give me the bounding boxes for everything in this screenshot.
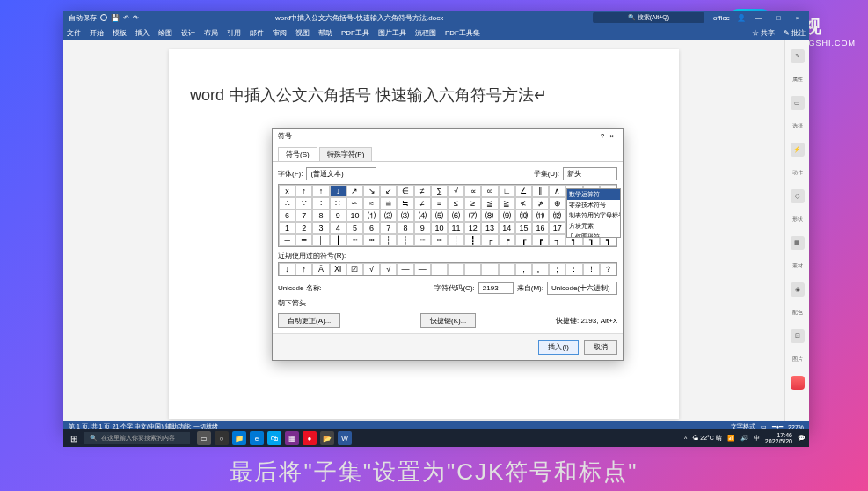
symbol-cell[interactable]: 5 [346,222,363,234]
tab-pdf-toolset[interactable]: PDF工具集 [445,28,480,38]
tab-view[interactable]: 视图 [295,28,310,38]
recent-symbol-cell[interactable] [499,263,515,275]
symbol-cell[interactable]: ⊕ [549,197,565,209]
symbol-cell[interactable]: ≈ [363,197,380,209]
symbol-cell[interactable]: ≠ [414,197,431,209]
symbol-cell[interactable]: 17 [549,222,565,234]
symbol-cell[interactable]: 10 [346,209,363,222]
symbol-cell[interactable]: ━ [295,234,312,246]
symbol-cell[interactable]: ⑶ [397,209,413,222]
symbol-cell[interactable]: 13 [481,222,498,234]
clock-time[interactable]: 17:46 [777,432,792,438]
symbol-cell[interactable]: ∞ [481,185,498,197]
symbol-cell[interactable]: ∥ [532,185,549,197]
symbol-cell[interactable]: ∽ [346,197,363,209]
symbol-cell[interactable]: x [279,185,295,197]
sidebar-image-icon[interactable]: ⊡ [791,329,805,343]
symbol-cell[interactable]: ∵ [295,197,312,209]
symbol-cell[interactable]: 10 [431,222,448,234]
dialog-help-button[interactable]: ? [601,132,604,140]
notification-icon[interactable]: 💬 [798,435,806,442]
symbol-cell[interactable]: 8 [397,222,413,234]
symbol-cell[interactable]: ⑺ [464,209,481,222]
symbol-cell[interactable]: │ [312,234,329,246]
sidebar-red-packet-icon[interactable] [791,376,805,390]
tab-flowchart[interactable]: 流程图 [415,28,436,38]
tab-picture-tools[interactable]: 图片工具 [378,28,406,38]
recent-symbol-cell[interactable] [448,263,464,275]
symbol-cell[interactable]: ┉ [431,234,448,246]
symbol-cell[interactable]: ⑻ [481,209,498,222]
symbol-cell[interactable]: ↑ [295,185,312,197]
symbol-cell[interactable]: ∝ [464,185,481,197]
account-icon[interactable]: 👤 [737,14,746,22]
tab-mail[interactable]: 邮件 [250,28,264,38]
taskbar-search[interactable]: 🔍在这里输入你要搜索的内容 [84,432,190,444]
recent-symbol-cell[interactable]: — [414,263,431,275]
sidebar-material-icon[interactable]: ▦ [791,236,805,250]
symbol-cell[interactable]: 4 [330,222,346,234]
sidebar-select-icon[interactable]: ▭ [791,96,805,110]
ime-icon[interactable]: 中 [754,434,760,443]
recent-symbol-cell[interactable]: ？ [600,263,616,275]
symbol-cell[interactable]: ↑ [312,185,329,197]
symbol-cell[interactable]: ⑿ [549,209,565,222]
tab-draw[interactable]: 绘图 [158,28,172,38]
titlebar-search[interactable]: 🔍 搜索(Alt+Q) [593,12,704,23]
recent-symbol-cell[interactable]: √ [380,263,397,275]
symbol-cell[interactable]: 6 [279,209,295,222]
tab-layout[interactable]: 布局 [204,28,218,38]
symbol-cell[interactable]: ↙ [380,185,397,197]
symbol-cell[interactable]: ∧ [549,185,565,197]
tab-help[interactable]: 帮助 [318,28,332,38]
tab-symbols[interactable]: 符号(S) [278,147,317,161]
symbol-cell[interactable]: 6 [363,222,380,234]
close-button[interactable]: × [791,14,804,22]
sidebar-color-icon[interactable]: ◉ [791,282,805,297]
symbol-cell[interactable]: ┌ [481,234,498,246]
recent-symbol-cell[interactable]: ； [549,263,565,275]
symbol-cell[interactable]: ⑼ [499,209,515,222]
tab-review[interactable]: 审阅 [273,28,287,38]
word-taskbar-icon[interactable]: W [338,431,352,445]
symbol-cell[interactable]: ┄ [346,234,363,246]
recent-symbol-cell[interactable]: ！ [583,263,600,275]
symbol-cell[interactable]: ─ [279,234,295,246]
symbol-cell[interactable]: 3 [312,222,329,234]
symbol-cell[interactable]: ⑹ [448,209,464,222]
symbol-cell[interactable]: ↗ [346,185,363,197]
symbol-cell[interactable]: ≮ [515,197,532,209]
edge-icon[interactable]: e [250,431,264,445]
tab-special-chars[interactable]: 特殊字符(P) [319,147,373,161]
comment-button[interactable]: ✎ 批注 [784,28,806,38]
symbol-cell[interactable]: ⑸ [431,209,448,222]
symbol-cell[interactable]: ┅ [363,234,380,246]
record-icon[interactable]: ● [303,431,317,445]
from-select[interactable]: Unicode(十六进制) [547,282,617,295]
symbol-cell[interactable]: ┃ [330,234,346,246]
symbol-cell[interactable]: ┐ [549,234,565,246]
sidebar-action-icon[interactable]: ⚡ [791,143,805,157]
recent-symbol-cell[interactable] [464,263,481,275]
volume-icon[interactable]: 🔊 [740,435,748,442]
subset-select[interactable]: 新头 [563,167,617,180]
symbol-cell[interactable]: ≠ [414,185,431,197]
symbol-cell[interactable]: 11 [448,222,464,234]
symbol-cell[interactable]: ⑽ [515,209,532,222]
undo-icon[interactable]: ↶ [123,14,129,22]
symbol-cell[interactable]: ∈ [397,185,413,197]
sidebar-properties-icon[interactable]: ✎ [791,49,805,63]
symbol-cell[interactable]: ∠ [515,185,532,197]
symbol-cell[interactable]: ≦ [481,197,498,209]
tab-design[interactable]: 设计 [181,28,195,38]
symbol-cell[interactable]: ≧ [499,197,515,209]
redo-icon[interactable]: ↷ [133,14,139,22]
recent-symbol-cell[interactable]: — [397,263,413,275]
symbol-cell[interactable]: 7 [380,222,397,234]
maximize-button[interactable]: □ [772,14,784,22]
explorer-icon[interactable]: 📁 [232,431,246,445]
task-view-icon[interactable]: ▭ [197,431,211,445]
tab-template[interactable]: 模板 [113,28,127,38]
symbol-cell[interactable]: 9 [414,222,431,234]
app-icon[interactable]: ▦ [285,431,299,445]
